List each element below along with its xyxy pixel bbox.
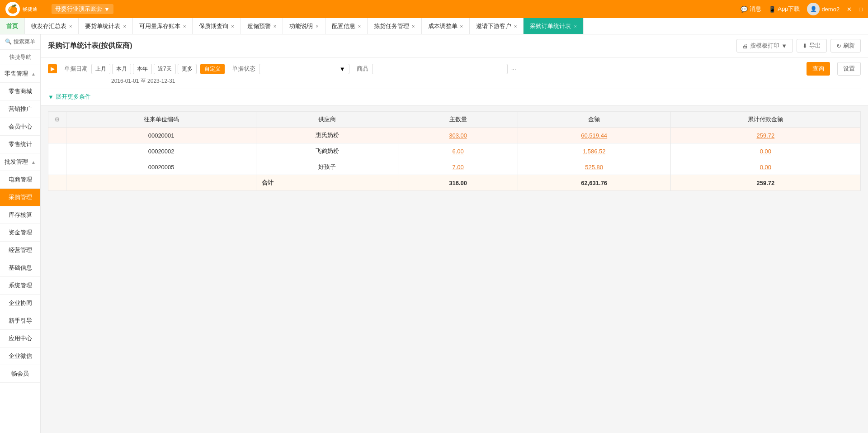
row-amount[interactable]: 1,586.52	[518, 143, 670, 159]
sidebar-item-enterprise-coop[interactable]: 企业协同	[0, 295, 40, 312]
row-quantity[interactable]: 7.00	[398, 159, 518, 175]
tab-available-stock[interactable]: 可用量库存账本×	[133, 18, 193, 34]
data-table: ⚙往来单位编码供应商主数量金额累计付款金额 00020001惠氏奶粉303.00…	[48, 111, 861, 191]
date-btn-本月[interactable]: 本月	[112, 64, 131, 74]
message-btn[interactable]: 💬 消息	[741, 5, 761, 13]
logo-icon: 🍊	[5, 2, 20, 16]
status-filter-group: 单据状态 ▼	[232, 64, 349, 74]
tab-close-purchase-summary[interactable]: ×	[574, 24, 576, 29]
sidebar-item-label-enterprise-wechat: 企业微信	[9, 352, 32, 360]
date-btn-本年[interactable]: 本年	[133, 64, 152, 74]
status-select[interactable]: ▼	[259, 64, 349, 74]
tab-close-pick-task[interactable]: ×	[412, 24, 415, 29]
settings-col-icon[interactable]: ⚙	[54, 116, 60, 123]
query-btn[interactable]: 查询	[807, 62, 830, 76]
sidebar-item-app-center[interactable]: 应用中心	[0, 330, 40, 347]
row-no: 00020002	[66, 143, 256, 159]
sidebar-item-basic-info[interactable]: 基础信息	[0, 259, 40, 277]
paid-link[interactable]: 0.00	[760, 148, 771, 155]
amount-link[interactable]: 1,586.52	[583, 148, 606, 155]
sidebar-item-retail-stats[interactable]: 零售统计	[0, 136, 40, 153]
row-supplier: 好孩子	[256, 159, 398, 175]
logo-text: 畅捷通	[23, 6, 38, 12]
tab-shelf-life[interactable]: 保质期查询×	[193, 18, 241, 34]
app-download-label: App下载	[778, 5, 800, 13]
tab-close-cost-adjust[interactable]: ×	[460, 24, 463, 29]
tab-purchase-summary[interactable]: 采购订单统计表×	[524, 18, 583, 34]
tab-function-desc[interactable]: 功能说明×	[283, 18, 325, 34]
sidebar-item-enterprise-wechat[interactable]: 企业微信	[0, 347, 40, 365]
row-paid[interactable]: 259.72	[670, 128, 860, 143]
tab-bar: 首页收发存汇总表×要货单统计表×可用量库存账本×保质期查询×超储预警×功能说明×…	[0, 18, 868, 34]
tab-receive-send[interactable]: 收发存汇总表×	[25, 18, 79, 34]
tab-close-overstock[interactable]: ×	[274, 24, 276, 29]
sidebar-item-ecommerce-mgmt[interactable]: 电商管理	[0, 171, 40, 189]
goods-input[interactable]	[372, 64, 508, 74]
custom-date-btn[interactable]: 自定义	[200, 64, 225, 74]
chevron-icon: ▲	[31, 71, 36, 76]
tab-close-receive-send[interactable]: ×	[69, 24, 72, 29]
sidebar-item-new-guide[interactable]: 新手引导	[0, 312, 40, 330]
paid-link[interactable]: 0.00	[760, 164, 771, 171]
workspace-selector[interactable]: 母婴行业演示账套 ▼	[52, 4, 113, 14]
sidebar-item-inventory-check[interactable]: 库存核算	[0, 206, 40, 224]
tab-close-requisition[interactable]: ×	[123, 24, 126, 29]
tab-config-info[interactable]: 配置信息×	[326, 18, 368, 34]
row-paid[interactable]: 0.00	[670, 143, 860, 159]
maximize-btn[interactable]: □	[859, 6, 863, 13]
tab-cost-adjust[interactable]: 成本调整单×	[422, 18, 470, 34]
tab-home[interactable]: 首页	[0, 18, 25, 34]
sidebar-item-system-mgmt[interactable]: 系统管理	[0, 277, 40, 295]
row-settings	[48, 128, 66, 143]
tab-close-function-desc[interactable]: ×	[316, 24, 318, 29]
sidebar-quick-nav[interactable]: 快捷导航	[0, 50, 40, 65]
app-download-btn[interactable]: 📱 App下载	[769, 5, 800, 13]
quantity-link[interactable]: 7.00	[452, 164, 463, 171]
tab-close-invite-customer[interactable]: ×	[514, 24, 517, 29]
export-btn[interactable]: ⬇ 导出	[797, 39, 827, 52]
close-btn[interactable]: ✕	[847, 6, 852, 13]
expand-filter-btn[interactable]: ▶	[48, 64, 57, 73]
tab-overstock[interactable]: 超储预警×	[241, 18, 283, 34]
print-dropdown-icon: ▼	[781, 43, 787, 49]
settings-btn[interactable]: 设置	[837, 62, 861, 76]
table-footer-row: 合计316.0062,631.76259.72	[48, 175, 861, 191]
row-paid[interactable]: 0.00	[670, 159, 860, 175]
logo-area: 🍊 畅捷通	[5, 2, 46, 16]
refresh-btn[interactable]: ↻ 刷新	[830, 39, 861, 52]
expand-more-btn[interactable]: ▼ 展开更多条件	[48, 93, 861, 101]
row-quantity[interactable]: 303.00	[398, 128, 518, 143]
row-amount[interactable]: 60,519.44	[518, 128, 670, 143]
paid-link[interactable]: 259.72	[756, 132, 774, 139]
sidebar-item-operations-mgmt[interactable]: 经营管理	[0, 242, 40, 259]
amount-link[interactable]: 525.80	[585, 164, 603, 171]
col-header-settings[interactable]: ⚙	[48, 112, 66, 128]
footer-cell-2: 合计	[256, 175, 398, 191]
sidebar-item-purchase-mgmt[interactable]: 采购管理	[0, 189, 40, 206]
tab-invite-customer[interactable]: 邀请下游客户×	[470, 18, 524, 34]
quantity-link[interactable]: 303.00	[449, 132, 467, 139]
sidebar-item-member-center[interactable]: 会员中心	[0, 118, 40, 136]
sidebar-item-retail-mgmt[interactable]: 零售管理▲	[0, 65, 40, 83]
print-btn[interactable]: 🖨 按模板打印 ▼	[736, 39, 793, 52]
tab-requisition[interactable]: 要货单统计表×	[79, 18, 132, 34]
row-quantity[interactable]: 6.00	[398, 143, 518, 159]
sidebar-item-wholesale-mgmt[interactable]: 批发管理▲	[0, 153, 40, 171]
date-btn-近7天[interactable]: 近7天	[154, 64, 176, 74]
tab-close-shelf-life[interactable]: ×	[231, 24, 234, 29]
sidebar-item-funds-mgmt[interactable]: 资金管理	[0, 224, 40, 242]
user-info[interactable]: 👤 demo2	[807, 3, 840, 15]
sidebar-item-marketing[interactable]: 营销推广	[0, 100, 40, 118]
tab-pick-task[interactable]: 拣货任务管理×	[368, 18, 421, 34]
sidebar-search[interactable]: 🔍 搜索菜单	[0, 34, 40, 50]
tab-close-available-stock[interactable]: ×	[183, 24, 186, 29]
quantity-link[interactable]: 6.00	[452, 148, 463, 155]
date-btn-上月[interactable]: 上月	[91, 64, 110, 74]
row-amount[interactable]: 525.80	[518, 159, 670, 175]
tab-close-config-info[interactable]: ×	[358, 24, 361, 29]
sidebar-item-member[interactable]: 畅会员	[0, 365, 40, 383]
date-btn-更多[interactable]: 更多	[178, 64, 197, 74]
sidebar-item-retail-store[interactable]: 零售商城	[0, 83, 40, 100]
amount-link[interactable]: 60,519.44	[581, 132, 607, 139]
sidebar-item-label-retail-mgmt: 零售管理	[5, 70, 28, 78]
